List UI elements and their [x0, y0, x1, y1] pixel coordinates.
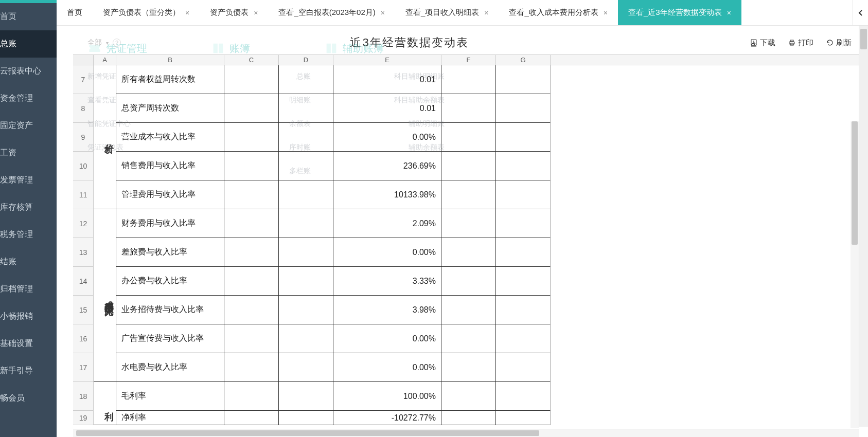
- vscroll2-thumb[interactable]: [852, 121, 858, 245]
- cell-c[interactable]: [224, 209, 279, 238]
- cell-c[interactable]: [224, 94, 279, 123]
- close-icon[interactable]: ×: [484, 9, 488, 17]
- cell-b[interactable]: 差旅费与收入比率: [116, 238, 224, 267]
- cell-b[interactable]: 管理费用与收入比率: [116, 180, 224, 209]
- cell-b[interactable]: 办公费与收入比率: [116, 267, 224, 296]
- cell-e[interactable]: 0.01: [333, 94, 441, 123]
- close-icon[interactable]: ×: [727, 9, 731, 17]
- cell-b[interactable]: 水电费与收入比率: [116, 353, 224, 382]
- cell-f[interactable]: [441, 238, 496, 267]
- col-header-F[interactable]: F: [441, 55, 496, 65]
- cell-c[interactable]: [224, 123, 279, 152]
- cell-c[interactable]: [224, 152, 279, 180]
- cell-c[interactable]: [224, 353, 279, 382]
- cell-c[interactable]: [224, 382, 279, 411]
- cell-g[interactable]: [496, 296, 551, 324]
- cell-b[interactable]: 广告宣传费与收入比率: [116, 324, 224, 353]
- cell-f[interactable]: [441, 65, 496, 94]
- row-header[interactable]: 16: [73, 324, 94, 353]
- cell-b[interactable]: 财务费用与收入比率: [116, 209, 224, 238]
- horizontal-scrollbar[interactable]: [73, 429, 859, 437]
- col-header-G[interactable]: G: [496, 55, 551, 65]
- cell-d[interactable]: [279, 209, 333, 238]
- tab-6[interactable]: 查看_近3年经营数据变动表×: [618, 0, 741, 25]
- category-cell[interactable]: 利: [94, 382, 116, 425]
- tab-2[interactable]: 资产负债表×: [200, 0, 268, 25]
- cell-e[interactable]: 0.00%: [333, 353, 441, 382]
- cell-e[interactable]: 236.69%: [333, 152, 441, 180]
- close-icon[interactable]: ×: [254, 9, 258, 17]
- row-header[interactable]: 18: [73, 382, 94, 411]
- tab-3[interactable]: 查看_空白报表(2023年02月)×: [268, 0, 395, 25]
- download-button[interactable]: 下载: [750, 38, 775, 48]
- cell-b[interactable]: 所有者权益周转次数: [116, 65, 224, 94]
- close-icon[interactable]: ×: [381, 9, 385, 17]
- cell-g[interactable]: [496, 65, 551, 94]
- cell-c[interactable]: [224, 267, 279, 296]
- cell-g[interactable]: [496, 353, 551, 382]
- cell-d[interactable]: [279, 65, 333, 94]
- col-header-E[interactable]: E: [333, 55, 441, 65]
- cell-d[interactable]: [279, 353, 333, 382]
- cell-e[interactable]: -10272.77%: [333, 411, 441, 425]
- cell-f[interactable]: [441, 267, 496, 296]
- tab-4[interactable]: 查看_项目收入明细表×: [395, 0, 499, 25]
- cell-b[interactable]: 营业成本与收入比率: [116, 123, 224, 152]
- sidebar-item-1[interactable]: 总账: [0, 30, 57, 58]
- row-header[interactable]: 15: [73, 296, 94, 324]
- cell-g[interactable]: [496, 123, 551, 152]
- sidebar-item-6[interactable]: 发票管理: [0, 167, 57, 194]
- tab-5[interactable]: 查看_收入成本费用分析表×: [499, 0, 618, 25]
- cell-d[interactable]: [279, 180, 333, 209]
- row-header[interactable]: 19: [73, 411, 94, 425]
- sidebar-item-14[interactable]: 畅会员: [0, 385, 57, 412]
- cell-d[interactable]: [279, 296, 333, 324]
- cell-b[interactable]: 毛利率: [116, 382, 224, 411]
- cell-d[interactable]: [279, 238, 333, 267]
- cell-d[interactable]: [279, 382, 333, 411]
- tab-0[interactable]: 首页: [57, 0, 93, 25]
- hscroll-thumb[interactable]: [76, 430, 539, 436]
- row-header[interactable]: 9: [73, 123, 94, 152]
- row-header[interactable]: 13: [73, 238, 94, 267]
- sidebar-item-2[interactable]: 云报表中心: [0, 58, 57, 85]
- select-all-corner[interactable]: [73, 55, 94, 65]
- cell-b[interactable]: 净利率: [116, 411, 224, 425]
- tab-scroll-left[interactable]: [853, 0, 868, 25]
- cell-f[interactable]: [441, 123, 496, 152]
- cell-f[interactable]: [441, 411, 496, 425]
- col-header-B[interactable]: B: [116, 55, 224, 65]
- cell-c[interactable]: [224, 411, 279, 425]
- row-header[interactable]: 7: [73, 65, 94, 94]
- cell-g[interactable]: [496, 267, 551, 296]
- category-cell[interactable]: 分析: [94, 65, 116, 209]
- cell-c[interactable]: [224, 324, 279, 353]
- cell-e[interactable]: 100.00%: [333, 382, 441, 411]
- cell-e[interactable]: 0.00%: [333, 123, 441, 152]
- cell-g[interactable]: [496, 382, 551, 411]
- cell-d[interactable]: [279, 152, 333, 180]
- cell-e[interactable]: 0.01: [333, 65, 441, 94]
- sidebar-item-3[interactable]: 资金管理: [0, 85, 57, 112]
- cell-d[interactable]: [279, 267, 333, 296]
- outer-vertical-scrollbar[interactable]: [859, 26, 868, 427]
- cell-f[interactable]: [441, 209, 496, 238]
- cell-f[interactable]: [441, 324, 496, 353]
- cell-b[interactable]: 销售费用与收入比率: [116, 152, 224, 180]
- cell-f[interactable]: [441, 94, 496, 123]
- cell-f[interactable]: [441, 353, 496, 382]
- cell-e[interactable]: 3.98%: [333, 296, 441, 324]
- cell-g[interactable]: [496, 152, 551, 180]
- cell-e[interactable]: 3.33%: [333, 267, 441, 296]
- cell-d[interactable]: [279, 324, 333, 353]
- row-header[interactable]: 17: [73, 353, 94, 382]
- cell-g[interactable]: [496, 94, 551, 123]
- vscroll-thumb[interactable]: [860, 29, 867, 49]
- sidebar-item-11[interactable]: 小畅报销: [0, 303, 57, 330]
- cell-g[interactable]: [496, 324, 551, 353]
- sidebar-item-12[interactable]: 基础设置: [0, 330, 57, 357]
- row-header[interactable]: 14: [73, 267, 94, 296]
- cell-b[interactable]: 总资产周转次数: [116, 94, 224, 123]
- col-header-A[interactable]: A: [94, 55, 116, 65]
- cell-c[interactable]: [224, 296, 279, 324]
